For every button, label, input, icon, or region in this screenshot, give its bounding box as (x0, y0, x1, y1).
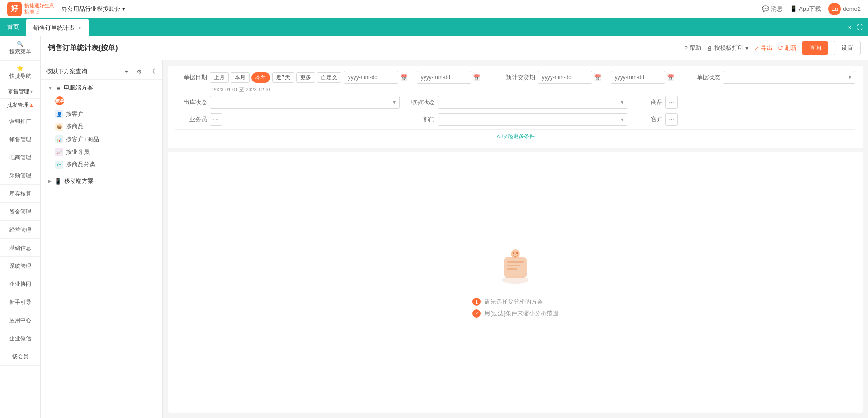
page-header: 销售订单统计表(按单) ? 帮助 🖨 按模板打印 ▾ ↗ 导出 ↺ 刷新 (41, 36, 868, 60)
message-button[interactable]: 💬 消息 (762, 5, 783, 13)
refresh-button[interactable]: ↺ 刷新 (778, 44, 797, 52)
sidebar-item-member[interactable]: 畅会员 (0, 347, 40, 366)
app-selector[interactable]: 办公用品行业模拟账套 ▾ (58, 3, 129, 15)
date-btn-more[interactable]: 更多 (296, 72, 315, 83)
scheme-item-customer[interactable]: 👤 按客户 (44, 108, 159, 120)
filter-row-1: 单据日期 上月 本月 本年 近7天 更多 自定义 � (175, 71, 855, 84)
tab-close-icon[interactable]: × (78, 25, 81, 31)
scheme-item-customer-product[interactable]: 📊 按客户+商品 (44, 133, 159, 146)
calendar-icon-3: 📅 (594, 74, 601, 81)
main-layout: 🔍 搜索菜单 ⭐ 快捷导航 零售管理 ▾ 批发管理 ▲ 营销推广 销售管理 电商… (0, 36, 868, 418)
sidebar-item-operations[interactable]: 经营管理 (0, 221, 40, 239)
table-icon: 📊 (55, 135, 63, 143)
window-close-button[interactable]: × (846, 22, 853, 33)
mobile-schemes-header[interactable]: ▶ 📱 移动端方案 (44, 175, 159, 187)
scheme-item-salesperson[interactable]: 📈 按业务员 (44, 146, 159, 158)
quicknav-icon: ⭐ (2, 65, 38, 71)
svg-point-5 (511, 249, 520, 258)
settings-button[interactable]: 设置 (834, 41, 861, 55)
chevron-down-icon: ▾ (122, 5, 125, 12)
tab-sales-order-stats[interactable]: 销售订单统计表 × (26, 19, 89, 37)
sidebar-item-sales[interactable]: 销售管理 (0, 130, 40, 148)
product-icon: 📦 (55, 123, 63, 131)
sidebar-item-newuser[interactable]: 新手引导 (0, 293, 40, 311)
left-panel: 按以下方案查询 + ⚙ 《 ▼ 🖥 (41, 60, 163, 418)
scheme-item-product-category[interactable]: 🗂 按商品分类 (44, 158, 159, 171)
sidebar-item-marketing[interactable]: 营销推广 (0, 112, 40, 130)
sidebar-item-quick-nav[interactable]: ⭐ 快捷导航 (0, 61, 40, 85)
payment-status-group: 收款状态 ▾ (403, 96, 627, 109)
avatar: Ea (828, 3, 841, 15)
query-button[interactable]: 查询 (802, 41, 828, 55)
goods-group: 商品 ··· (631, 96, 855, 109)
payment-status-select[interactable]: ▾ (438, 96, 627, 109)
person-icon: 👤 (55, 110, 63, 118)
tab-bar-actions: × ⛶ (846, 22, 868, 33)
date-label: 单据日期 (175, 73, 207, 81)
bill-status-select[interactable]: ▾ (723, 71, 855, 84)
date-to-input[interactable] (417, 71, 471, 84)
top-bar-left: 好 畅捷通好生意 标准版 办公用品行业模拟账套 ▾ (7, 2, 129, 16)
ship-status-select[interactable]: ▾ (210, 96, 400, 109)
dept-select[interactable]: ▾ (438, 113, 627, 126)
sidebar-item-ecommerce[interactable]: 电商管理 (0, 148, 40, 166)
delivery-input-group: 📅 — 📅 (538, 71, 674, 84)
sidebar-item-wholesale[interactable]: 批发管理 ▲ (0, 99, 40, 112)
date-btn-last-month[interactable]: 上月 (210, 72, 229, 83)
svg-point-6 (513, 252, 514, 254)
filter-card: 单据日期 上月 本月 本年 近7天 更多 自定义 � (168, 66, 863, 148)
calendar-icon-2: 📅 (473, 74, 480, 81)
sidebar-item-finance[interactable]: 资金管理 (0, 203, 40, 221)
svg-rect-4 (507, 268, 517, 270)
salesperson-select[interactable]: ··· (210, 113, 222, 126)
svg-point-7 (516, 252, 518, 254)
window-maximize-button[interactable]: ⛶ (855, 22, 864, 33)
empty-state: 1 请先选择要分析的方案 2 用[过滤]条件来缩小分析范围 (168, 152, 863, 413)
customer-select[interactable]: ··· (665, 113, 678, 126)
chevron-up-icon: ▲ (29, 103, 34, 108)
pc-icon: 🖥 (55, 85, 61, 91)
chevron-down-icon: ▾ (621, 99, 623, 105)
date-btn-7days[interactable]: 近7天 (272, 72, 294, 83)
sidebar-item-enterprise-wechat[interactable]: 企业微信 (0, 329, 40, 347)
scheme-settings-button[interactable]: ⚙ (134, 66, 144, 76)
date-from-input[interactable] (344, 71, 398, 84)
help-button[interactable]: ? 帮助 (684, 44, 701, 52)
chevron-right-icon: ▶ (48, 179, 52, 184)
goods-select[interactable]: ··· (665, 96, 678, 109)
delivery-to-input[interactable] (611, 71, 665, 84)
sidebar-item-search[interactable]: 🔍 搜索菜单 (0, 36, 40, 61)
user-menu[interactable]: Ea demo2 (828, 3, 861, 15)
app-download-button[interactable]: 📱 App下载 (790, 5, 821, 13)
collapse-panel-button[interactable]: 《 (147, 66, 157, 76)
scheme-icon-active: 按单 (55, 96, 64, 105)
export-button[interactable]: ↗ 导出 (754, 44, 773, 52)
add-scheme-button[interactable]: + (122, 66, 132, 76)
sidebar-item-retail[interactable]: 零售管理 ▾ (0, 85, 40, 99)
collapse-conditions-button[interactable]: ∧ 收起更多条件 (175, 129, 855, 143)
scheme-item-product[interactable]: 📦 按商品 (44, 120, 159, 133)
sidebar-item-appcenter[interactable]: 应用中心 (0, 311, 40, 329)
logo-icon: 好 (7, 2, 22, 16)
empty-illustration (493, 244, 538, 290)
sidebar-item-purchase[interactable]: 采购管理 (0, 166, 40, 185)
delivery-from-input[interactable] (538, 71, 592, 84)
svg-rect-2 (507, 261, 524, 263)
date-btn-this-year[interactable]: 本年 (251, 72, 270, 83)
sidebar-item-inventory[interactable]: 库存核算 (0, 185, 40, 203)
print-button[interactable]: 🖨 按模板打印 ▾ (707, 44, 749, 52)
sidebar-item-enterprise[interactable]: 企业协同 (0, 275, 40, 293)
customer-label: 客户 (631, 115, 663, 124)
scheme-item-dan[interactable]: 按单 (44, 94, 159, 108)
mobile-schemes-group: ▶ 📱 移动端方案 (44, 175, 159, 187)
tab-home[interactable]: 首页 (0, 18, 26, 36)
split-content: 按以下方案查询 + ⚙ 《 ▼ 🖥 (41, 60, 868, 418)
dept-label: 部门 (403, 115, 435, 124)
sidebar-item-basic[interactable]: 基础信息 (0, 239, 40, 257)
filter-row-4: 业务员 ··· 部门 ▾ 客户 ··· (175, 113, 855, 126)
date-btn-this-month[interactable]: 本月 (231, 72, 250, 83)
pc-schemes-header[interactable]: ▼ 🖥 电脑端方案 (44, 81, 159, 94)
sidebar-item-system[interactable]: 系统管理 (0, 257, 40, 275)
export-icon: ↗ (754, 45, 759, 52)
date-btn-custom[interactable]: 自定义 (317, 72, 341, 83)
